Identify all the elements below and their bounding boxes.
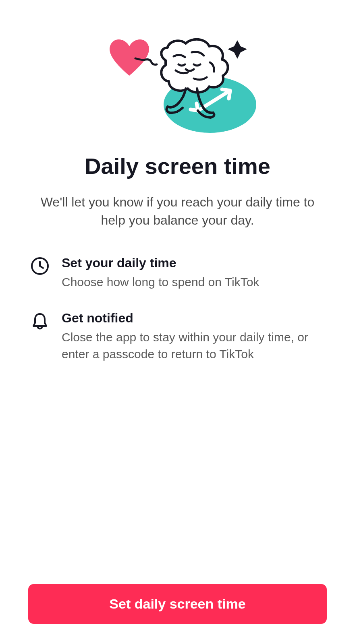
bell-icon bbox=[30, 312, 50, 331]
hero-illustration bbox=[28, 24, 327, 137]
feature-list: Set your daily time Choose how long to s… bbox=[28, 256, 327, 363]
feature-title: Set your daily time bbox=[62, 256, 325, 270]
feature-get-notified: Get notified Close the app to stay withi… bbox=[30, 311, 325, 363]
feature-set-time: Set your daily time Choose how long to s… bbox=[30, 256, 325, 291]
feature-description: Choose how long to spend on TikTok bbox=[62, 274, 325, 291]
feature-title: Get notified bbox=[62, 311, 325, 326]
feature-description: Close the app to stay within your daily … bbox=[62, 329, 325, 363]
page-title: Daily screen time bbox=[28, 153, 327, 179]
set-daily-screen-time-button[interactable]: Set daily screen time bbox=[28, 584, 327, 624]
page-subtitle: We'll let you know if you reach your dai… bbox=[28, 193, 327, 229]
clock-icon bbox=[30, 256, 50, 276]
